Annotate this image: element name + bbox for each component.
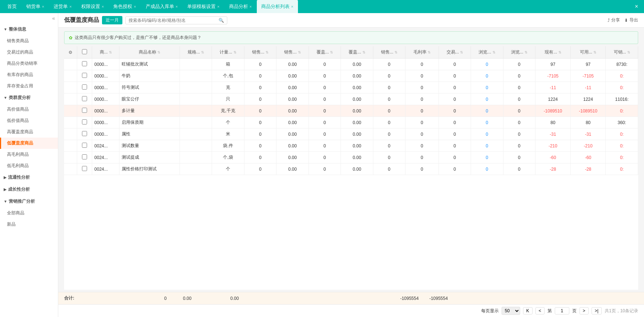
current-stock-column-header[interactable]: 现有... ⇅	[535, 46, 571, 59]
share-button[interactable]: ⤴ 分享	[608, 17, 620, 23]
row-checkbox[interactable]	[77, 163, 92, 175]
page-number-input[interactable]	[555, 307, 569, 314]
close-icon[interactable]: ×	[250, 4, 252, 9]
settings-column-header[interactable]: ⚙	[64, 46, 77, 59]
sales-qty-column-header[interactable]: 销售... ⇅	[244, 46, 276, 59]
sidebar-group-marketing[interactable]: ▼ 营销推广分析	[0, 195, 58, 207]
sidebar-group-growth[interactable]: ▶ 成长性分析	[0, 183, 58, 195]
sales-amt-column-header[interactable]: 销售... ⇅	[276, 46, 309, 59]
code-column-header[interactable]: 商... ⇅	[92, 46, 119, 59]
sidebar-item-traded-products[interactable]: 交易过的商品	[0, 47, 58, 58]
row-v1[interactable]: 0	[471, 82, 503, 94]
next-page-button[interactable]: >	[580, 307, 589, 314]
name-column-header[interactable]: 商品名称 ⇅	[119, 46, 180, 59]
close-icon[interactable]: ×	[176, 4, 178, 9]
last-page-button[interactable]: >|	[592, 307, 602, 314]
row-name: 测试提成	[119, 152, 180, 163]
global-close-button[interactable]: ×	[632, 3, 641, 10]
sidebar-group-overall[interactable]: ▼ 整体信息	[0, 23, 58, 35]
first-page-button[interactable]: K	[523, 307, 533, 314]
row-v1[interactable]: 0	[471, 117, 503, 128]
row-v1[interactable]: 0	[471, 152, 503, 163]
row-checkbox[interactable]	[77, 117, 92, 128]
close-icon[interactable]: ×	[42, 4, 44, 9]
sellable-column-header[interactable]: 可销... ⇅	[606, 46, 638, 59]
sidebar-item-stocked-products[interactable]: 有库存的商品	[0, 69, 58, 80]
sales3-column-header[interactable]: 销售... ⇅	[373, 46, 405, 59]
unit-column-header[interactable]: 计量... ⇅	[212, 46, 244, 59]
row-checkbox[interactable]	[77, 140, 92, 152]
share-icon: ⤴	[608, 18, 610, 23]
sidebar-item-low-value[interactable]: 低价值商品	[0, 115, 58, 126]
row-checkbox[interactable]	[77, 105, 92, 117]
sidebar-group-quality[interactable]: ▼ 类群度分析	[0, 92, 58, 104]
nav-product-analysis-list[interactable]: 商品分析列表 ×	[257, 0, 298, 13]
view1-column-header[interactable]: 浏览... ⇅	[471, 46, 503, 59]
row-v1[interactable]: 0	[471, 163, 503, 175]
row-v1[interactable]: 0	[471, 140, 503, 152]
row-v1[interactable]: 0	[471, 128, 503, 140]
row-checkbox[interactable]	[77, 70, 92, 82]
row-v1[interactable]: 0	[471, 94, 503, 105]
row-spec	[180, 70, 212, 82]
row-s3: 0	[373, 94, 405, 105]
sidebar-item-high-coverage[interactable]: 高覆盖度商品	[0, 126, 58, 138]
nav-home[interactable]: 首页	[3, 0, 21, 13]
export-button[interactable]: ⬇ 导出	[624, 17, 638, 23]
sidebar-item-low-coverage[interactable]: 低覆盖度商品	[0, 138, 58, 149]
close-icon[interactable]: ×	[291, 4, 293, 9]
gross-margin-column-header[interactable]: 毛利率 ⇅	[405, 46, 439, 59]
row-name: 牛奶	[119, 70, 180, 82]
row-v1[interactable]: 0	[471, 105, 503, 117]
nav-template-settings[interactable]: 单据模板设置 ×	[183, 0, 224, 13]
sidebar-item-all-products[interactable]: 全部商品	[0, 207, 58, 219]
row-checkbox[interactable]	[77, 59, 92, 70]
sidebar-item-low-margin[interactable]: 低毛利商品	[0, 160, 58, 171]
sidebar-group-flow[interactable]: ▶ 流通性分析	[0, 171, 58, 183]
collapse-sidebar-button[interactable]: «	[0, 13, 58, 23]
trade-column-header[interactable]: 交易... ⇅	[439, 46, 471, 59]
search-input[interactable]	[129, 18, 217, 23]
nav-finished-goods[interactable]: 产成品入库单 ×	[141, 0, 182, 13]
row-c2: 0.00	[341, 105, 373, 117]
sidebar-item-new-products[interactable]: 新品	[0, 219, 58, 230]
row-v1[interactable]: 0	[471, 70, 503, 82]
checkbox-column-header[interactable]	[77, 46, 92, 59]
row-checkbox[interactable]	[77, 82, 92, 94]
nav-product-analysis[interactable]: 商品分析 ×	[225, 0, 256, 13]
row-v1[interactable]: 0	[471, 59, 503, 70]
nav-sales-order[interactable]: 销货单 ×	[22, 0, 48, 13]
close-icon[interactable]: ×	[217, 4, 219, 9]
nav-permission-settings[interactable]: 权限设置 ×	[77, 0, 108, 13]
view2-column-header[interactable]: 浏览... ⇅	[503, 46, 535, 59]
close-icon[interactable]: ×	[134, 4, 136, 9]
sidebar-item-high-margin[interactable]: 高毛利商品	[0, 149, 58, 160]
coverage2-column-header[interactable]: 覆盖... ⇅	[341, 46, 373, 59]
data-table-container[interactable]: ⚙ 商... ⇅ 商品名称 ⇅ 规格... ⇅ 计量... ⇅ 销售... ⇅ …	[64, 46, 638, 290]
search-icon[interactable]: 🔍	[219, 18, 224, 23]
row-checkbox[interactable]	[77, 152, 92, 163]
nav-purchase-order[interactable]: 进货单 ×	[49, 0, 76, 13]
sidebar-item-sales-products[interactable]: 销售类商品	[0, 35, 58, 47]
row-v2: 0	[503, 152, 535, 163]
close-icon[interactable]: ×	[102, 4, 104, 9]
row-checkbox[interactable]	[77, 128, 92, 140]
row-sellable: 0:	[606, 105, 638, 117]
date-range-button[interactable]: 近一月	[102, 16, 122, 24]
coverage1-column-header[interactable]: 覆盖... ⇅	[309, 46, 341, 59]
header-actions: ⤴ 分享 ⬇ 导出	[608, 17, 638, 23]
row-c1: 0	[309, 163, 341, 175]
page-size-select[interactable]: 50 20 100 200	[502, 307, 520, 315]
sidebar-item-high-value[interactable]: 高价值商品	[0, 104, 58, 115]
row-checkbox[interactable]	[77, 94, 92, 105]
sidebar-item-inventory-capital[interactable]: 库存资金占用	[0, 80, 58, 92]
close-icon[interactable]: ×	[69, 4, 71, 9]
row-spec	[180, 82, 212, 94]
nav-role-auth[interactable]: 角色授权 ×	[109, 0, 140, 13]
available-stock-column-header[interactable]: 可用... ⇅	[570, 46, 606, 59]
sidebar-item-category-sales-rate[interactable]: 商品分类动销率	[0, 58, 58, 69]
row-sellable: 0:	[606, 152, 638, 163]
prev-page-button[interactable]: <	[535, 307, 545, 314]
spec-column-header[interactable]: 规格... ⇅	[180, 46, 212, 59]
row-gm: 0	[405, 140, 439, 152]
